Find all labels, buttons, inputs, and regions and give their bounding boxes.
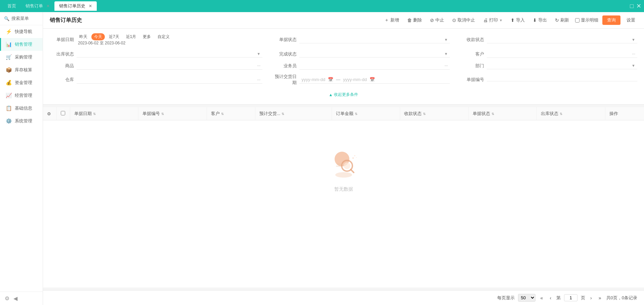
sidebar-bottom: ⚙ ◀ [0,292,43,305]
print-button[interactable]: 🖨 打印 ▼ [481,16,505,24]
collapse-bar[interactable]: ▲ 收起更多条件 [50,90,637,100]
warehouse-filter: 仓库 ··· [50,76,262,84]
quick-nav-icon: ⚡ [6,29,12,35]
calendar-to-icon[interactable]: 📅 [370,77,375,82]
table-col-out-status: 出库状态 ⇅ [537,107,605,120]
display-detail-checkbox[interactable] [575,18,579,23]
order-no-label: 单据编号 [460,77,487,83]
content-area: 销售订单历史 ＋ 新增 🗑 删除 ⊘ 中止 ⊙ 取消中止 [43,12,644,305]
delete-button[interactable]: 🗑 删除 [405,16,424,24]
sidebar-item-basics[interactable]: 📋 基础信息 [0,102,43,115]
sort-date[interactable]: 单据日期 ⇅ [74,111,134,117]
new-label: 新增 [390,17,399,23]
customer-label: 客户 [460,51,487,57]
sort-expected-date[interactable]: 预计交货... ⇅ [259,111,328,117]
expected-date-label: 预计交货日期 [272,74,299,86]
date-btn-yesterday[interactable]: 昨天 [77,33,90,40]
import-button[interactable]: ⬆ 导入 [509,16,527,24]
window-restore-btn[interactable]: □ [630,2,634,10]
date-btn-more[interactable]: 更多 [140,33,154,40]
sidebar-item-sales-mgmt-label: 销售管理 [15,41,32,47]
sort-out-status[interactable]: 出库状态 ⇅ [541,111,601,117]
dept-select[interactable]: ▼ [487,62,637,69]
order-status-select[interactable]: ▼ [299,36,450,43]
complete-status-select[interactable]: ▼ [299,50,450,58]
customer-ellipsis[interactable]: ··· [632,51,635,56]
table-settings-icon[interactable]: ⚙ [47,111,51,116]
pay-status-select[interactable]: ▼ [487,36,637,43]
filter-row-2: 出库状态 ▼ 完成状态 ▼ 客户 [50,50,637,58]
sidebar-item-finance[interactable]: 💰 资金管理 [0,76,43,89]
cancel-stop-button[interactable]: ⊙ 取消中止 [450,16,477,24]
sidebar-item-sales-mgmt[interactable]: 📊 销售管理 [0,38,43,51]
sort-customer[interactable]: 客户 ⇅ [211,111,251,117]
select-all-checkbox[interactable] [61,111,65,115]
salesman-input[interactable]: ··· [299,62,450,70]
order-no-input[interactable] [487,78,637,81]
stop-button[interactable]: ⊘ 中止 [428,16,446,24]
toolbar: ＋ 新增 🗑 删除 ⊘ 中止 ⊙ 取消中止 🖨 打印 [382,15,637,25]
window-close-btn[interactable]: ✕ [636,2,641,10]
date-btn-custom[interactable]: 自定义 [155,33,172,40]
page-unit: 页 [581,295,585,301]
expected-date-from[interactable]: yyyy-mm-dd 📅 — yyyy-mm-dd 📅 [299,76,450,84]
complete-status-arrow: ▼ [444,52,448,56]
sort-pay-status[interactable]: 收款状态 ⇅ [404,111,464,117]
sort-order-no-icon: ⇅ [161,112,164,116]
tab-sales-order-history[interactable]: 销售订单历史 ✕ [54,1,97,11]
tab-sales-order-history-close[interactable]: ✕ [89,4,92,8]
sort-out-status-icon: ⇅ [560,112,562,116]
calendar-from-icon[interactable]: 📅 [328,77,333,82]
settings-button[interactable]: 设置 [625,16,637,24]
sidebar-item-quick-nav[interactable]: ⚡ 快捷导航 [0,25,43,38]
sidebar-item-purchase-mgmt[interactable]: 🛒 采购管理 [0,51,43,64]
next-page-btn[interactable]: › [589,295,594,301]
export-button[interactable]: ⬇ 导出 [531,16,549,24]
new-button[interactable]: ＋ 新增 [382,16,401,24]
table-header: ⚙ 单据日期 ⇅ 单据编号 [43,107,644,120]
date-btn-7days[interactable]: 近7天 [106,33,122,40]
sidebar-item-inventory[interactable]: 📦 库存核算 [0,64,43,76]
table-col-customer: 客户 ⇅ [207,107,255,120]
inventory-icon: 📦 [6,67,12,73]
out-status-select[interactable]: ▼ [77,50,262,58]
col-customer-label: 客户 [211,111,220,117]
system-icon: ⚙️ [6,118,12,124]
warehouse-ellipsis[interactable]: ··· [257,77,260,82]
tab-sales-order-close[interactable]: ✕ [46,4,50,8]
refresh-label: 刷新 [560,17,569,23]
refresh-button[interactable]: ↻ 刷新 [553,16,571,24]
tab-home[interactable]: 首页 [3,1,21,11]
goods-input[interactable]: ··· [77,62,262,70]
query-button[interactable]: 查询 [602,15,620,25]
sidebar-settings-icon[interactable]: ⚙ [5,295,9,302]
prev-page-btn[interactable]: ‹ [548,295,553,301]
settings-label: 设置 [627,17,635,23]
sidebar-collapse-icon[interactable]: ◀ [13,295,17,302]
sort-amount[interactable]: 订单金额 ⇅ [336,111,396,117]
salesman-ellipsis[interactable]: ··· [444,63,448,68]
dept-arrow: ▼ [632,64,635,68]
goods-ellipsis[interactable]: ··· [257,63,260,68]
sidebar-item-operations[interactable]: 📈 经营管理 [0,89,43,102]
warehouse-input[interactable]: ··· [77,76,262,84]
sidebar-search[interactable]: 🔍 搜索菜单 [0,12,43,25]
sort-order-no[interactable]: 单据编号 ⇅ [142,111,203,117]
sort-amount-icon: ⇅ [355,112,357,116]
tab-sales-order-history-label: 销售订单历史 [59,3,85,9]
sales-mgmt-icon: 📊 [6,41,12,47]
total-text: 共0页，0条记录 [606,295,637,301]
tab-sales-order[interactable]: 销售订单 ✕ [21,1,54,11]
date-btn-1month[interactable]: 近1月 [123,33,139,40]
page-size-select[interactable]: 10 20 50 100 [518,294,535,302]
stop-label: 中止 [435,17,444,23]
customer-input[interactable]: ··· [487,50,637,58]
sidebar-item-system[interactable]: ⚙️ 系统管理 [0,115,43,127]
last-page-btn[interactable]: » [597,295,603,301]
sort-order-status[interactable]: 单据状态 ⇅ [473,111,533,117]
first-page-btn[interactable]: « [539,295,545,301]
col-expected-date-label: 预计交货... [259,111,281,117]
page-number-input[interactable] [564,294,577,301]
date-btn-today[interactable]: 今天 [91,33,105,40]
main-layout: 🔍 搜索菜单 ⚡ 快捷导航 📊 销售管理 🛒 采购管理 📦 库存核算 💰 资金管… [0,12,644,305]
